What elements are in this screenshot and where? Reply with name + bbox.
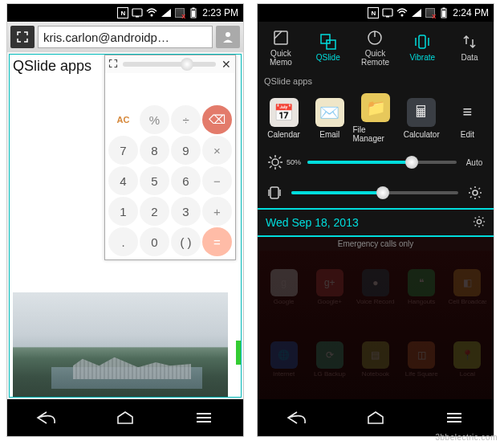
settings-icon[interactable]: [465, 183, 486, 202]
date-row[interactable]: Wed Sep 18, 2013: [258, 208, 494, 237]
qslide-app-calculator[interactable]: 🖩Calculator: [399, 89, 445, 147]
svg-line-44: [470, 197, 472, 198]
account-icon[interactable]: [216, 26, 240, 48]
url-bar[interactable]: kris.carlon@androidp…: [38, 26, 213, 48]
brightness-slider[interactable]: [307, 161, 457, 164]
calc-key-8[interactable]: 8: [140, 136, 169, 165]
volume-slider[interactable]: [291, 191, 458, 194]
calc-key-×[interactable]: ×: [202, 136, 232, 165]
calc-key-.[interactable]: .: [108, 227, 138, 256]
app-label: File Manager: [352, 125, 398, 143]
svg-rect-4: [193, 8, 195, 10]
qslide-icon: [319, 32, 338, 51]
calc-key-−[interactable]: −: [202, 166, 232, 195]
toggle-qslide[interactable]: QSlide: [305, 22, 352, 73]
svg-rect-14: [443, 8, 445, 10]
slider-thumb[interactable]: [405, 156, 418, 169]
svg-rect-5: [192, 10, 195, 17]
memo-icon: [271, 28, 291, 47]
notification-shade: Quick MemoQSlideQuick RemoteVibrateData …: [258, 22, 494, 399]
app-label: Edit: [461, 130, 474, 139]
calc-key-+[interactable]: +: [202, 197, 232, 226]
calc-key-3[interactable]: 3: [171, 197, 201, 226]
back-button[interactable]: [273, 406, 321, 429]
home-button[interactable]: [101, 406, 149, 429]
qslide-app-email[interactable]: ✉️Email: [307, 89, 352, 147]
nfc-icon: N: [117, 7, 128, 18]
calc-key-=[interactable]: =: [202, 227, 232, 256]
calc-key-9[interactable]: 9: [171, 136, 201, 165]
battery-icon: [188, 7, 199, 18]
svg-rect-0: [132, 9, 142, 16]
qslide-app-file-manager[interactable]: 📁File Manager: [352, 89, 398, 147]
wifi-icon: [396, 7, 408, 18]
browser-toolbar: kris.carlon@androidp…: [7, 22, 243, 52]
signal-icon: [161, 7, 172, 18]
fullscreen-icon[interactable]: [10, 26, 35, 48]
data-icon: [460, 32, 479, 51]
app-label: Calculator: [404, 130, 440, 139]
phone-right: N 2:24 PM Quick MemoQSlideQuick RemoteVi…: [257, 3, 494, 437]
calc-key-%[interactable]: %: [140, 105, 169, 134]
svg-rect-1: [136, 16, 139, 18]
svg-line-43: [479, 188, 481, 190]
calc-key-2[interactable]: 2: [140, 197, 169, 226]
wifi-icon: [146, 7, 157, 18]
app-icon: ≡: [453, 98, 482, 127]
svg-line-42: [479, 197, 481, 198]
brightness-percent: 50%: [287, 158, 301, 166]
qslide-app-edit[interactable]: ≡Edit: [445, 89, 490, 147]
photo-overlay[interactable]: [13, 292, 228, 398]
overlay-expand-icon[interactable]: [108, 59, 118, 71]
svg-line-41: [470, 188, 472, 190]
qslide-app-calendar[interactable]: 📅Calendar: [261, 89, 307, 147]
volume-icon: [266, 183, 285, 202]
toggle-remote[interactable]: Quick Remote: [352, 22, 400, 73]
left-content: kris.carlon@androidp… QSlide apps ✕: [7, 22, 243, 399]
volume-row: [258, 178, 494, 208]
slider-thumb[interactable]: [181, 58, 193, 71]
toggle-memo[interactable]: Quick Memo: [258, 22, 305, 73]
brightness-row: 50% Auto: [258, 147, 494, 178]
calc-key-⌫[interactable]: ⌫: [202, 105, 232, 134]
home-button[interactable]: [352, 406, 400, 429]
calc-key-÷[interactable]: ÷: [171, 105, 201, 134]
svg-line-32: [270, 166, 272, 169]
calculator-overlay[interactable]: ✕ AC%÷⌫789×456−123+.0( )=: [104, 55, 236, 260]
slider-thumb[interactable]: [376, 186, 389, 199]
transparency-slider[interactable]: [123, 62, 216, 67]
svg-rect-17: [321, 35, 330, 43]
page-body: QSlide apps ✕ AC%÷⌫789×456−123+.0( )=: [9, 54, 242, 398]
app-label: Email: [319, 130, 339, 139]
calc-key-7[interactable]: 7: [108, 136, 138, 165]
calc-key-4[interactable]: 4: [108, 166, 138, 195]
remote-icon: [365, 28, 384, 47]
app-icon: 🖩: [407, 98, 436, 127]
date-settings-icon[interactable]: [473, 215, 486, 231]
toggle-label: Quick Remote: [361, 50, 389, 67]
toggle-label: QSlide: [316, 54, 340, 63]
qslide-apps-heading: QSlide apps: [13, 58, 91, 75]
svg-rect-18: [327, 40, 335, 49]
calc-key-5[interactable]: 5: [140, 166, 169, 195]
close-icon[interactable]: ✕: [221, 59, 232, 70]
calc-key-( )[interactable]: ( ): [171, 227, 201, 256]
toggle-vibrate[interactable]: Vibrate: [399, 22, 446, 73]
calc-key-6[interactable]: 6: [171, 166, 201, 195]
calc-key-AC[interactable]: AC: [108, 105, 138, 134]
home-screen-dimmed: gGoogleg+Google+●Voice Recorder❝Hangouts…: [258, 251, 494, 399]
watermark: 3bbelectric.com: [435, 433, 498, 442]
back-button[interactable]: [22, 406, 71, 429]
app-label: Calendar: [267, 130, 300, 139]
svg-rect-15: [442, 10, 445, 17]
side-handle[interactable]: [236, 341, 241, 365]
calc-key-0[interactable]: 0: [140, 227, 169, 256]
menu-button[interactable]: [180, 406, 228, 429]
menu-button[interactable]: [430, 406, 478, 429]
status-time: 2:24 PM: [453, 7, 489, 18]
calc-display: [105, 73, 235, 102]
toggle-data[interactable]: Data: [446, 22, 494, 73]
calc-key-1[interactable]: 1: [108, 197, 138, 226]
auto-brightness[interactable]: Auto: [463, 158, 486, 167]
overlay-header[interactable]: ✕: [105, 55, 235, 73]
